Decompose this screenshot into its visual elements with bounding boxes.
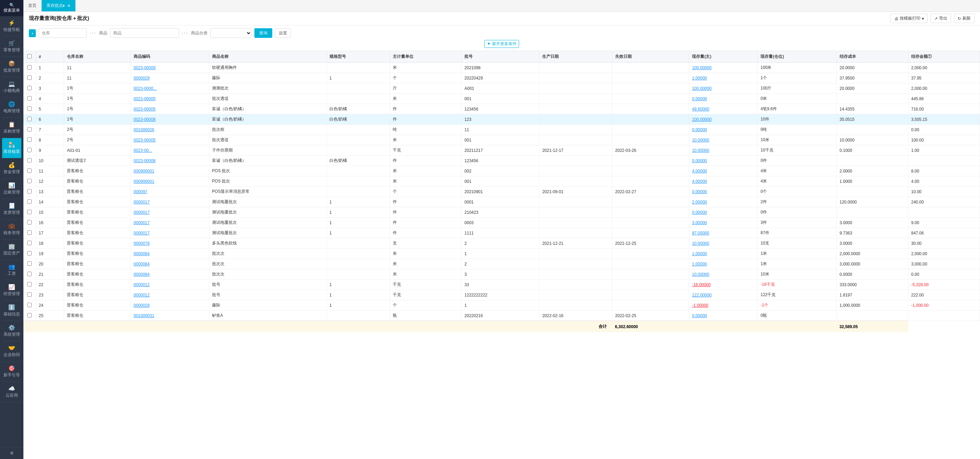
row-select-checkbox[interactable] <box>27 65 32 70</box>
row-checkbox[interactable] <box>24 197 36 207</box>
row-checkbox[interactable] <box>24 269 36 280</box>
row-qty-main[interactable]: 4.00000 <box>689 176 757 186</box>
sidebar-search[interactable]: 🔍 搜索菜单 <box>0 0 24 16</box>
row-code[interactable]: 0000017 <box>130 207 209 218</box>
row-select-checkbox[interactable] <box>27 117 32 121</box>
row-select-checkbox[interactable] <box>27 148 32 152</box>
row-qty-main[interactable]: 100.00000 <box>689 63 757 73</box>
row-code[interactable]: 0000012 <box>130 280 209 290</box>
row-qty-main[interactable]: 0.00000 <box>689 125 757 135</box>
row-qty-main[interactable]: 122.00000 <box>689 290 757 300</box>
row-code[interactable]: 000900001 <box>130 166 209 176</box>
row-qty-main[interactable]: 49.60000 <box>689 104 757 114</box>
row-select-checkbox[interactable] <box>27 272 32 276</box>
row-checkbox[interactable] <box>24 300 36 311</box>
row-qty-main[interactable]: 2.00000 <box>689 197 757 207</box>
close-tab-icon[interactable]: ✕ <box>67 3 70 8</box>
row-qty-main[interactable]: 10.00000 <box>689 135 757 145</box>
sidebar-item-inventory[interactable]: 🏪库存核算 <box>2 138 21 158</box>
row-code[interactable]: 0000084 <box>130 269 209 280</box>
row-checkbox[interactable] <box>24 176 36 186</box>
product-filter[interactable] <box>110 28 179 38</box>
row-select-checkbox[interactable] <box>27 127 32 132</box>
row-checkbox[interactable] <box>24 125 36 135</box>
tab-home[interactable]: 首页 <box>24 0 41 11</box>
row-code[interactable]: 0000029 <box>130 73 209 83</box>
row-code[interactable]: 0023-00005 <box>130 94 209 104</box>
row-select-checkbox[interactable] <box>27 168 32 173</box>
row-checkbox[interactable] <box>24 290 36 300</box>
sidebar-item-basic[interactable]: ℹ️基础信息 <box>2 301 21 321</box>
category-filter[interactable] <box>210 28 251 38</box>
row-checkbox[interactable] <box>24 186 36 197</box>
sidebar-item-quick-nav[interactable]: ⚡快捷导航 <box>2 16 21 37</box>
row-checkbox[interactable] <box>24 145 36 156</box>
row-checkbox[interactable] <box>24 280 36 290</box>
row-code[interactable]: 0000017 <box>130 197 209 207</box>
sidebar-item-purchase[interactable]: 📋采购管理 <box>2 118 21 138</box>
row-qty-main[interactable]: 1.00000 <box>689 73 757 83</box>
row-qty-main[interactable]: 10.00000 <box>689 238 757 249</box>
row-checkbox[interactable] <box>24 83 36 94</box>
row-qty-main[interactable]: 4.00000 <box>689 166 757 176</box>
row-checkbox[interactable] <box>24 94 36 104</box>
row-qty-main[interactable]: 10.00000 <box>689 269 757 280</box>
row-checkbox[interactable] <box>24 228 36 238</box>
row-qty-main[interactable]: 0.00000 <box>689 156 757 166</box>
expand-filter-icon[interactable]: › <box>29 29 36 37</box>
row-qty-main[interactable]: -16.00000 <box>689 280 757 290</box>
row-code[interactable]: 0023-00008 <box>130 114 209 125</box>
row-qty-main[interactable]: 3.00000 <box>689 218 757 228</box>
row-checkbox[interactable] <box>24 104 36 114</box>
refresh-button[interactable]: ↻ 刷新 <box>954 14 975 23</box>
row-checkbox[interactable] <box>24 238 36 249</box>
row-code[interactable]: 001000026 <box>130 125 209 135</box>
row-code[interactable]: 0000017 <box>130 228 209 238</box>
sidebar-item-collab[interactable]: 🤝企业协同 <box>2 341 21 362</box>
row-select-checkbox[interactable] <box>27 303 32 307</box>
row-qty-main[interactable]: 100.00000 <box>689 83 757 94</box>
sidebar-item-tax[interactable]: 💼税务管理 <box>2 219 21 240</box>
row-select-checkbox[interactable] <box>27 313 32 317</box>
row-qty-main[interactable]: 1.00000 <box>689 249 757 259</box>
expand-more-button[interactable]: ▼ 展开更多条件 <box>484 40 519 48</box>
sidebar-item-hr[interactable]: 👥工资 <box>2 260 21 280</box>
row-code[interactable]: 0023-00008 <box>130 156 209 166</box>
row-select-checkbox[interactable] <box>27 158 32 163</box>
sidebar-item-guide[interactable]: 🎯新手引导 <box>2 362 21 382</box>
row-checkbox[interactable] <box>24 114 36 125</box>
sidebar-item-cloud[interactable]: ☁️云应用 <box>2 382 21 402</box>
row-code[interactable]: 0000012 <box>130 290 209 300</box>
row-select-checkbox[interactable] <box>27 292 32 297</box>
row-qty-main[interactable]: 87.00000 <box>689 228 757 238</box>
row-checkbox[interactable] <box>24 135 36 145</box>
row-select-checkbox[interactable] <box>27 230 32 235</box>
row-qty-main[interactable]: 1.00000 <box>689 259 757 269</box>
row-select-checkbox[interactable] <box>27 261 32 266</box>
sidebar-settings[interactable]: ⚙ <box>0 447 24 459</box>
sidebar-item-fixed-assets[interactable]: 🏢固定资产 <box>2 240 21 260</box>
row-checkbox[interactable] <box>24 259 36 269</box>
sidebar-item-retail[interactable]: 🛒零售管理 <box>2 37 21 57</box>
row-code[interactable]: 0023-00005 <box>130 104 209 114</box>
row-qty-main[interactable]: 0.00000 <box>689 311 757 321</box>
row-qty-main[interactable]: 0.00000 <box>689 94 757 104</box>
row-checkbox[interactable] <box>24 166 36 176</box>
sidebar-item-wholesale[interactable]: 📦批发管理 <box>2 57 21 77</box>
row-select-checkbox[interactable] <box>27 86 32 90</box>
tab-inventory-batch[interactable]: 库存批次▸ ✕ <box>41 0 76 11</box>
sidebar-item-general[interactable]: 📊总账管理 <box>2 179 21 199</box>
row-select-checkbox[interactable] <box>27 210 32 214</box>
row-select-checkbox[interactable] <box>27 137 32 142</box>
row-checkbox[interactable] <box>24 63 36 73</box>
row-select-checkbox[interactable] <box>27 199 32 204</box>
row-checkbox[interactable] <box>24 311 36 321</box>
row-code[interactable]: 0023-00005 <box>130 135 209 145</box>
row-code[interactable]: 000097 <box>130 186 209 197</box>
row-select-checkbox[interactable] <box>27 179 32 183</box>
row-code[interactable]: 0000078 <box>130 238 209 249</box>
sidebar-item-ecom[interactable]: 🌐电商管理 <box>2 97 21 118</box>
warehouse-filter[interactable] <box>38 28 87 38</box>
search-button[interactable]: 查询 <box>255 28 272 38</box>
row-select-checkbox[interactable] <box>27 220 32 225</box>
